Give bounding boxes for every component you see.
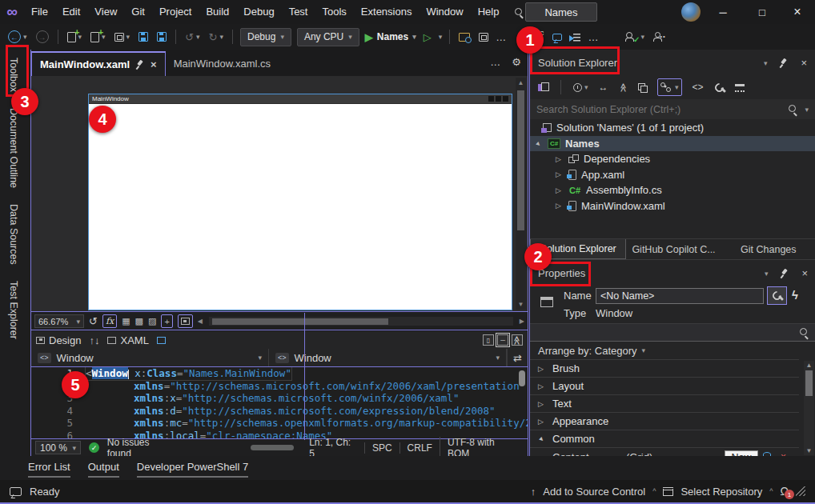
save-all-button[interactable]: [155, 27, 168, 46]
tree-collapsed-icon[interactable]: ▷: [556, 170, 564, 178]
properties-wrench-icon[interactable]: [714, 82, 725, 93]
menu-extensions[interactable]: Extensions: [354, 0, 420, 24]
new-project-button[interactable]: ▾: [66, 27, 84, 46]
tree-row-mainwindow-xaml[interactable]: ▷ MainWindow.xaml: [530, 198, 815, 214]
add-to-source-control-button[interactable]: Add to Source Control: [543, 486, 645, 498]
maximize-button[interactable]: □: [745, 0, 780, 24]
sidebar-tab-document-outline[interactable]: Document Outline: [8, 100, 19, 196]
menu-file[interactable]: File: [24, 0, 55, 24]
tab-overflow-button[interactable]: …: [490, 56, 500, 68]
tab-output[interactable]: Output: [88, 461, 119, 478]
properties-scrollbar[interactable]: ▲ ▼: [804, 361, 814, 455]
tree-row-app-xaml[interactable]: ▷ App.xaml: [530, 167, 815, 183]
push-up-icon[interactable]: ↑: [531, 486, 536, 498]
category-layout[interactable]: ▷ Layout: [530, 377, 799, 394]
breadcrumb-left[interactable]: <> Window ▾: [31, 349, 269, 366]
snap-to-snaplines-button[interactable]: +: [161, 314, 172, 328]
notifications-bell-icon[interactable]: Ω 1: [781, 485, 789, 498]
window-position-chevron-icon[interactable]: ▾: [765, 270, 769, 278]
element-name-input[interactable]: [596, 288, 764, 304]
solution-platform-dropdown[interactable]: Any CPU ▾: [297, 28, 359, 46]
view-code-icon[interactable]: <>: [693, 82, 704, 93]
code-line[interactable]: 5 xmlns:mc="http://schemas.openxmlformat…: [31, 417, 528, 430]
navigate-back-button[interactable]: ← ▾: [6, 27, 29, 46]
pin-icon[interactable]: [781, 269, 789, 278]
tree-expanded-icon[interactable]: ▼: [533, 138, 544, 149]
close-tab-icon[interactable]: ×: [151, 58, 157, 70]
sync-with-active-document-icon[interactable]: ↔: [599, 82, 608, 93]
swap-breadcrumb-icon[interactable]: ⇄: [507, 349, 528, 366]
tree-collapsed-icon[interactable]: ▷: [556, 186, 564, 194]
navigate-forward-button[interactable]: →: [34, 27, 50, 46]
menu-window[interactable]: Window: [419, 0, 470, 24]
menu-debug[interactable]: Debug: [236, 0, 281, 24]
solution-search-input[interactable]: [536, 104, 788, 115]
refresh-designer-icon[interactable]: ↺: [89, 315, 98, 327]
menu-help[interactable]: Help: [471, 0, 507, 24]
show-grid-icon[interactable]: ▦: [122, 316, 130, 326]
open-file-button[interactable]: ▾: [113, 27, 132, 46]
horizontal-split-button[interactable]: ─: [497, 334, 508, 346]
add-new-item-button[interactable]: ▾: [89, 27, 107, 46]
feedback-bubble-icon[interactable]: [10, 487, 22, 496]
find-in-files-button[interactable]: [457, 27, 472, 46]
events-view-icon[interactable]: ϟ: [792, 288, 798, 302]
menu-tools[interactable]: Tools: [315, 0, 353, 24]
live-share-button[interactable]: ✓ ▾: [624, 27, 646, 46]
resize-grip[interactable]: [796, 486, 805, 496]
menu-build[interactable]: Build: [199, 0, 236, 24]
menu-project[interactable]: Project: [152, 0, 199, 24]
redo-button[interactable]: ↻ ▾: [207, 27, 225, 46]
pin-icon[interactable]: [136, 60, 144, 70]
user-avatar[interactable]: [681, 2, 701, 22]
tab-developer-powershell[interactable]: Developer PowerShell 7: [137, 461, 248, 478]
solution-search-box[interactable]: ▾: [530, 99, 815, 119]
category-brush[interactable]: ▷ Brush: [530, 359, 799, 377]
category-text[interactable]: ▷ Text: [530, 394, 799, 412]
visual-studio-logo-icon[interactable]: ∞: [0, 3, 24, 21]
start-without-debugging-button[interactable]: ▷: [422, 27, 433, 46]
start-debugging-button[interactable]: ▶ Names ▾: [365, 31, 416, 43]
xaml-code-editor[interactable]: 1 <Window x:Class="Names.MainWindow" 2 x…: [31, 367, 528, 438]
pending-changes-filter-button[interactable]: ▾: [573, 83, 588, 92]
tree-row-solution[interactable]: Solution 'Names' (1 of 1 project): [530, 120, 815, 136]
design-view-tab[interactable]: Design: [36, 334, 81, 346]
effects-toggle-button[interactable]: fx: [102, 314, 117, 328]
sidebar-tab-test-explorer[interactable]: Test Explorer: [8, 273, 19, 347]
undo-button[interactable]: ↺ ▾: [183, 27, 201, 46]
tree-row-project-names[interactable]: ▼ C# Names: [530, 136, 815, 152]
show-all-files-icon[interactable]: [638, 83, 647, 92]
swap-panes-icon[interactable]: ↑↓: [89, 334, 99, 346]
scroll-right-icon[interactable]: ▶: [520, 318, 524, 325]
line-ending-mode[interactable]: CRLF: [399, 442, 440, 454]
menu-git[interactable]: Git: [124, 0, 152, 24]
caret-up-icon[interactable]: ^: [769, 487, 773, 495]
send-feedback-button[interactable]: ••: [652, 27, 666, 46]
save-button[interactable]: [137, 27, 150, 46]
menu-view[interactable]: View: [87, 0, 124, 24]
tree-collapsed-icon[interactable]: ▷: [556, 155, 564, 163]
window-preview[interactable]: MainWindow: [88, 94, 512, 310]
sidebar-tab-data-sources[interactable]: Data Sources: [8, 196, 19, 273]
caret-up-icon[interactable]: ^: [652, 487, 656, 495]
tab-mainwindow-xaml-cs[interactable]: MainWindow.xaml.cs: [166, 51, 279, 76]
toolbar-overflow-button[interactable]: …: [496, 31, 506, 43]
vertical-split-button[interactable]: ▯: [483, 334, 494, 346]
pin-icon[interactable]: [780, 58, 788, 68]
tab-git-changes[interactable]: Git Changes: [721, 239, 815, 259]
arrange-by-dropdown[interactable]: Arrange by: Category ▾: [530, 342, 815, 359]
menu-edit[interactable]: Edit: [55, 0, 87, 24]
indentation-mode[interactable]: SPC: [364, 442, 399, 454]
category-common[interactable]: ▼ Common: [530, 430, 799, 447]
window-position-chevron-icon[interactable]: ▾: [764, 59, 768, 67]
popout-icon[interactable]: [157, 337, 166, 344]
editor-zoom-dropdown[interactable]: 100 % ▾: [35, 441, 81, 454]
disable-project-code-button[interactable]: [178, 314, 193, 328]
code-line[interactable]: 1 <Window x:Class="Names.MainWindow": [31, 367, 528, 380]
scroll-left-icon[interactable]: ◀: [198, 318, 203, 325]
select-repository-button[interactable]: Select Repository: [681, 486, 762, 498]
tree-row-assemblyinfo-cs[interactable]: ▷ C# AssemblyInfo.cs: [530, 182, 815, 198]
tree-collapsed-icon[interactable]: ▷: [556, 202, 564, 210]
close-panel-icon[interactable]: ×: [801, 57, 807, 69]
tree-row-dependencies[interactable]: ▷ Dependencies: [530, 151, 815, 167]
